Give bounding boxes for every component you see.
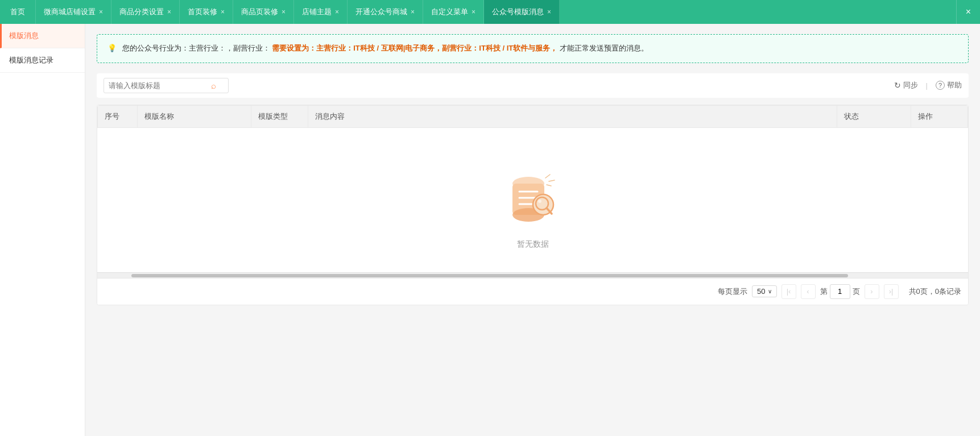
- tab-openstore-close[interactable]: ×: [411, 8, 415, 16]
- page-size-label: 每页显示: [718, 286, 747, 297]
- sidebar-item-template-msg[interactable]: 模版消息: [0, 24, 85, 48]
- search-wrapper[interactable]: ⌕: [104, 78, 229, 93]
- page-number-input[interactable]: [830, 284, 850, 299]
- tab-home-label: 首页: [10, 7, 25, 17]
- next-page-button[interactable]: ›: [865, 284, 879, 299]
- sidebar: 模版消息 模版消息记录: [0, 24, 85, 436]
- pagination-bar: 每页显示 50 ∨ |‹ ‹ 第 页 ›: [97, 278, 968, 305]
- last-page-button[interactable]: ›|: [884, 284, 899, 299]
- main-layout: 模版消息 模版消息记录 💡 您的公众号行业为：主营行业：，副营行业： 需要设置为…: [0, 24, 980, 436]
- sync-label: 同步: [903, 80, 918, 90]
- page-size-chevron-icon: ∨: [768, 288, 772, 294]
- col-header-content: 消息内容: [308, 105, 837, 127]
- tab-templatemsg[interactable]: 公众号模版消息 ×: [484, 0, 560, 24]
- first-page-icon: |‹: [787, 287, 791, 296]
- page-size-value: 50: [757, 287, 765, 296]
- tab-productpage[interactable]: 商品页装修 ×: [233, 0, 294, 24]
- prev-page-button[interactable]: ‹: [801, 284, 816, 299]
- tab-theme[interactable]: 店铺主题 ×: [294, 0, 348, 24]
- notice-highlight: 需要设置为：主营行业：IT科技 / 互联网|电子商务，副营行业：IT科技 / I…: [272, 44, 557, 52]
- svg-point-9: [538, 200, 541, 203]
- prev-page-icon: ‹: [807, 287, 809, 296]
- tab-productpage-close[interactable]: ×: [282, 8, 286, 16]
- col-header-status: 状态: [837, 105, 911, 127]
- tab-home[interactable]: 首页: [0, 0, 36, 24]
- page-label: 第: [820, 286, 828, 297]
- notice-icon: 💡: [107, 44, 117, 52]
- sync-button[interactable]: ↻ 同步: [894, 80, 918, 90]
- tab-category[interactable]: 商品分类设置 ×: [111, 0, 180, 24]
- empty-state-row: 暂无数据: [98, 127, 968, 272]
- sync-icon: ↻: [894, 81, 901, 90]
- page-size-select[interactable]: 50 ∨: [752, 285, 776, 297]
- page-input-wrapper: 第 页: [820, 284, 860, 299]
- notice-suffix: 才能正常发送预置的消息。: [560, 44, 648, 52]
- help-icon: ?: [936, 81, 945, 90]
- tab-custommenu[interactable]: 自定义菜单 ×: [423, 0, 484, 24]
- data-table: 序号 模版名称 模版类型 消息内容 状态: [97, 105, 968, 272]
- table-header-row: 序号 模版名称 模版类型 消息内容 状态: [98, 105, 968, 127]
- total-info: 共0页，0条记录: [909, 286, 961, 297]
- table-wrapper: 序号 模版名称 模版类型 消息内容 状态: [97, 105, 969, 305]
- global-close-button[interactable]: ×: [956, 0, 980, 24]
- help-label: 帮助: [947, 80, 962, 90]
- tab-homepage[interactable]: 首页装修 ×: [180, 0, 233, 24]
- top-nav: 首页 微商城店铺设置 × 商品分类设置 × 首页装修 × 商品页装修 × 店铺主…: [0, 0, 980, 24]
- tab-productpage-label: 商品页装修: [241, 7, 278, 17]
- tab-theme-label: 店铺主题: [302, 7, 332, 17]
- toolbar-divider: |: [926, 81, 928, 90]
- tab-category-label: 商品分类设置: [119, 7, 164, 17]
- svg-line-12: [547, 185, 551, 186]
- tab-homepage-close[interactable]: ×: [221, 8, 225, 16]
- svg-line-11: [549, 180, 555, 181]
- col-header-index: 序号: [98, 105, 138, 127]
- empty-illustration: [499, 162, 567, 230]
- tab-custommenu-close[interactable]: ×: [472, 8, 475, 16]
- content-area: 💡 您的公众号行业为：主营行业：，副营行业： 需要设置为：主营行业：IT科技 /…: [85, 24, 980, 436]
- page-unit: 页: [853, 286, 860, 297]
- col-header-type: 模版类型: [251, 105, 308, 127]
- last-page-icon: ›|: [889, 287, 894, 296]
- tab-homepage-label: 首页装修: [188, 7, 217, 17]
- svg-line-10: [545, 175, 550, 178]
- empty-text: 暂无数据: [517, 239, 549, 250]
- tab-weshop[interactable]: 微商城店铺设置 ×: [36, 0, 111, 24]
- tab-theme-close[interactable]: ×: [335, 8, 339, 16]
- tab-openstore-label: 开通公众号商城: [355, 7, 407, 17]
- sidebar-item-template-msg-log-label: 模版消息记录: [9, 56, 53, 64]
- help-button[interactable]: ? 帮助: [936, 80, 962, 90]
- notice-prefix: 您的公众号行业为：主营行业：，副营行业：: [122, 44, 270, 52]
- search-input[interactable]: [109, 81, 211, 90]
- sidebar-item-template-msg-label: 模版消息: [9, 31, 39, 40]
- tab-weshop-close[interactable]: ×: [99, 8, 103, 16]
- empty-state: 暂无数据: [98, 128, 968, 272]
- notice-box: 💡 您的公众号行业为：主营行业：，副营行业： 需要设置为：主营行业：IT科技 /…: [97, 34, 969, 63]
- col-header-action: 操作: [911, 105, 968, 127]
- tab-templatemsg-label: 公众号模版消息: [492, 7, 544, 17]
- toolbar: ⌕ ↻ 同步 | ? 帮助: [97, 73, 969, 98]
- search-icon[interactable]: ⌕: [211, 81, 216, 90]
- tab-category-close[interactable]: ×: [167, 8, 171, 16]
- empty-state-cell: 暂无数据: [98, 127, 968, 272]
- scrollbar-thumb[interactable]: [131, 274, 848, 277]
- next-page-icon: ›: [870, 287, 873, 296]
- tab-openstore[interactable]: 开通公众号商城 ×: [348, 0, 423, 24]
- tab-templatemsg-close[interactable]: ×: [547, 8, 551, 16]
- col-header-name: 模版名称: [138, 105, 251, 127]
- sidebar-item-template-msg-log[interactable]: 模版消息记录: [0, 48, 85, 73]
- horizontal-scrollbar[interactable]: [97, 272, 968, 278]
- tab-custommenu-label: 自定义菜单: [431, 7, 468, 17]
- toolbar-right: ↻ 同步 | ? 帮助: [894, 80, 962, 90]
- global-close-icon: ×: [966, 7, 971, 17]
- first-page-button[interactable]: |‹: [781, 284, 796, 299]
- tab-weshop-label: 微商城店铺设置: [44, 7, 96, 17]
